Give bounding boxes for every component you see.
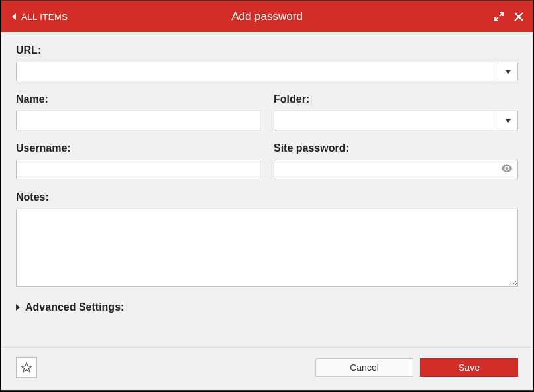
advanced-label: Advanced Settings: [25, 301, 124, 313]
svg-marker-0 [22, 363, 32, 372]
star-icon [21, 362, 32, 373]
advanced-settings-toggle[interactable]: Advanced Settings: [16, 301, 518, 313]
close-button[interactable] [513, 11, 525, 23]
dialog-title: Add password [1, 10, 533, 23]
username-label: Username: [16, 142, 260, 154]
footer-actions: Cancel Save [315, 358, 518, 377]
show-password-button[interactable] [501, 162, 513, 177]
caret-down-icon [506, 119, 511, 122]
notes-label: Notes: [16, 191, 518, 203]
password-input[interactable] [274, 160, 518, 179]
name-field-group: Name: [16, 93, 260, 130]
url-input[interactable] [16, 62, 498, 81]
username-input[interactable] [16, 160, 260, 179]
caret-right-icon [16, 304, 20, 311]
close-icon [514, 12, 523, 21]
dialog-content: URL: Name: Folder: [1, 32, 533, 347]
add-password-dialog: ALL ITEMS Add password URL: [1, 0, 533, 391]
folder-input[interactable] [274, 111, 498, 130]
name-label: Name: [16, 93, 260, 105]
password-label: Site password: [274, 142, 518, 154]
url-dropdown-button[interactable] [498, 62, 518, 81]
favorite-button[interactable] [16, 357, 37, 378]
folder-label: Folder: [274, 93, 518, 105]
cancel-button[interactable]: Cancel [315, 358, 413, 377]
dialog-header: ALL ITEMS Add password [1, 1, 533, 32]
password-field-group: Site password: [274, 142, 518, 179]
header-actions [493, 11, 525, 23]
expand-button[interactable] [493, 11, 505, 23]
eye-icon [501, 162, 513, 174]
dialog-footer: Cancel Save [1, 347, 533, 390]
url-label: URL: [16, 44, 518, 56]
notes-textarea[interactable] [16, 209, 518, 287]
save-button[interactable]: Save [420, 358, 518, 377]
username-field-group: Username: [16, 142, 260, 179]
name-input[interactable] [16, 111, 260, 130]
back-all-items-link[interactable]: ALL ITEMS [12, 12, 68, 22]
caret-left-icon [12, 13, 16, 20]
folder-dropdown-button[interactable] [498, 111, 518, 130]
notes-field-group: Notes: [16, 191, 518, 289]
folder-field-group: Folder: [274, 93, 518, 130]
caret-down-icon [506, 70, 511, 74]
url-field-group: URL: [16, 44, 518, 81]
expand-icon [494, 12, 504, 21]
back-label: ALL ITEMS [21, 12, 68, 22]
